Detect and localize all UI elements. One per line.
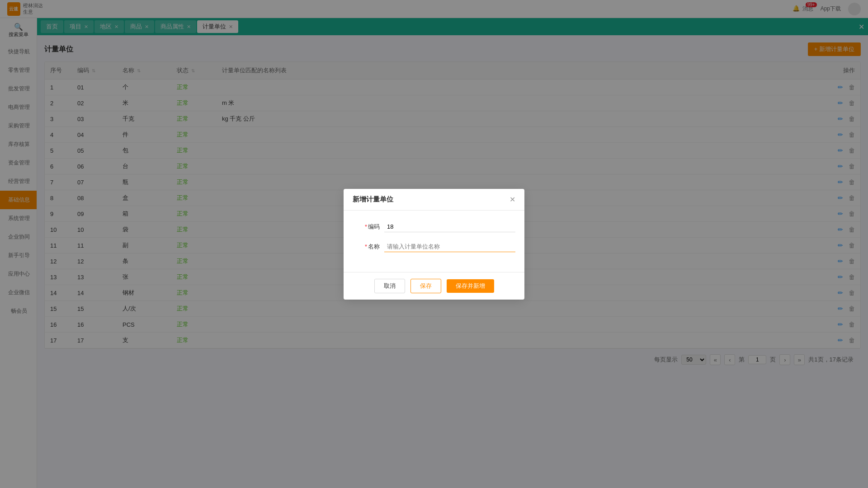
modal-title: 新增计量单位 bbox=[353, 195, 393, 204]
modal-close-button[interactable]: ✕ bbox=[509, 195, 515, 204]
save-and-new-button[interactable]: 保存并新增 bbox=[447, 279, 494, 293]
modal-header: 新增计量单位 ✕ bbox=[344, 189, 524, 211]
form-row-code: 编码 bbox=[353, 221, 515, 232]
form-code-input[interactable] bbox=[384, 221, 515, 232]
form-name-input[interactable] bbox=[384, 241, 515, 252]
modal-overlay: 新增计量单位 ✕ 编码 名称 取消 保存 保存并新增 bbox=[0, 0, 868, 488]
form-row-name: 名称 bbox=[353, 241, 515, 252]
form-name-label: 名称 bbox=[353, 243, 380, 251]
cancel-button[interactable]: 取消 bbox=[374, 279, 405, 293]
add-unit-modal: 新增计量单位 ✕ 编码 名称 取消 保存 保存并新增 bbox=[344, 189, 524, 300]
save-button[interactable]: 保存 bbox=[410, 279, 441, 293]
modal-body: 编码 名称 bbox=[344, 211, 524, 272]
form-code-label: 编码 bbox=[353, 223, 380, 231]
modal-footer: 取消 保存 保存并新增 bbox=[344, 272, 524, 300]
